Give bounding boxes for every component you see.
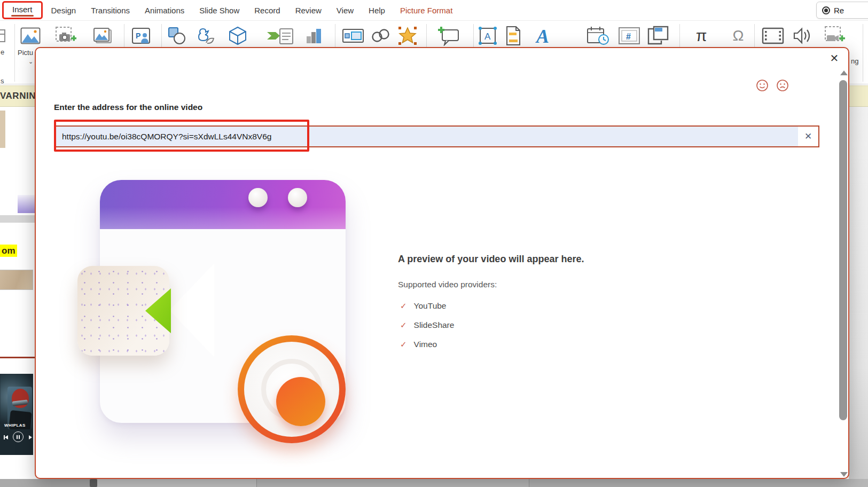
screenshot-button[interactable] (55, 25, 76, 46)
3d-models-button[interactable] (228, 25, 247, 46)
header-footer-button[interactable] (505, 25, 522, 46)
slide-thumbnail-fragment (0, 270, 33, 290)
slide-fragment (18, 195, 35, 213)
tab-review[interactable]: Review (288, 6, 329, 15)
wordart-icon: A (534, 26, 554, 46)
ribbon-divider (14, 24, 15, 82)
photo-album-icon (93, 27, 112, 44)
link-button[interactable] (370, 25, 392, 46)
scrollbar-up-arrow[interactable] (840, 70, 848, 75)
shapes-icon (168, 27, 186, 45)
tab-transitions[interactable]: Transitions (83, 6, 137, 15)
movie-title-text: WHIPLAS (4, 423, 26, 428)
tab-view[interactable]: View (329, 6, 361, 15)
pictures-button-label[interactable]: Pictu (18, 49, 33, 57)
online-video-dialog: ✕ Enter the address for the online video… (35, 47, 849, 479)
slide-fragment (0, 111, 5, 148)
workspace-background (849, 107, 868, 479)
table-icon[interactable] (0, 25, 5, 46)
pictures-icon (20, 27, 41, 44)
cameo-icon: P (131, 27, 151, 44)
dialog-close-button[interactable]: ✕ (826, 50, 842, 66)
check-icon: ✓ (400, 340, 407, 349)
cameo-button[interactable]: P (131, 25, 151, 46)
video-url-value[interactable]: https://youtu.be/oi38cQMORQY?si=sXdwLLs4… (55, 127, 798, 146)
annotation-insert-box: Insert (2, 1, 43, 19)
date-time-icon (587, 26, 610, 46)
illustration-record-button (238, 335, 346, 443)
slide-number-icon: # (618, 27, 640, 45)
tab-help[interactable]: Help (361, 6, 393, 15)
svg-text:A: A (484, 32, 491, 42)
record-button-label: Re (834, 6, 844, 15)
symbol-icon: Ω (733, 28, 744, 43)
menu-bar: Insert Design Transitions Animations Sli… (0, 0, 868, 20)
illustration-header-bar (100, 180, 346, 229)
scrollbar-thumb[interactable] (839, 80, 847, 420)
comment-button[interactable] (437, 25, 459, 46)
powerpoint-window: Insert Design Transitions Animations Sli… (0, 0, 868, 487)
check-icon: ✓ (400, 301, 407, 311)
text-box-button[interactable]: A (478, 25, 498, 46)
chart-button[interactable] (304, 25, 323, 46)
zoom-icon (342, 27, 364, 44)
svg-text:P: P (136, 32, 140, 40)
audio-icon (793, 27, 813, 45)
ribbon-divider (863, 24, 863, 82)
audio-button[interactable] (793, 25, 813, 46)
video-button[interactable] (762, 25, 784, 46)
panel-divider (0, 215, 35, 223)
zoom-button[interactable] (342, 25, 364, 46)
clear-input-icon[interactable]: ✕ (798, 127, 818, 146)
smartart-button[interactable] (266, 25, 294, 46)
chevron-down-icon[interactable]: ⌄ (28, 58, 33, 65)
action-button[interactable] (397, 25, 418, 46)
record-dot-icon (822, 6, 830, 14)
tab-picture-format[interactable]: Picture Format (393, 6, 460, 15)
provider-item-youtube: ✓ YouTube (400, 301, 447, 311)
symbol-button[interactable]: Ω (729, 25, 748, 46)
equation-icon: π (696, 28, 707, 44)
illustration-knob (248, 188, 268, 207)
pause-icon (13, 431, 24, 442)
shapes-button[interactable] (168, 25, 186, 46)
tab-animations[interactable]: Animations (137, 6, 192, 15)
equation-button[interactable]: π (691, 25, 712, 46)
tab-slide-show[interactable]: Slide Show (192, 6, 247, 15)
slide-number-button[interactable]: # (618, 25, 640, 46)
dialog-prompt: Enter the address for the online video (54, 103, 202, 112)
section-divider-line (0, 357, 35, 358)
object-icon (647, 26, 669, 46)
3d-models-icon (228, 26, 247, 45)
tab-record[interactable]: Record (247, 6, 287, 15)
photo-album-button[interactable] (93, 25, 112, 46)
illustration-knob (288, 188, 307, 207)
screenshot-icon (55, 26, 76, 45)
illustration-record-dot (276, 377, 325, 426)
screen-recording-button[interactable] (824, 25, 846, 46)
tab-design[interactable]: Design (44, 6, 84, 15)
feedback-smile-icon[interactable] (756, 79, 769, 92)
icons-button[interactable] (194, 25, 215, 46)
header-footer-icon (505, 26, 522, 46)
wordart-button[interactable]: A (534, 25, 554, 46)
link-icon (370, 28, 392, 44)
player-controls (0, 430, 33, 444)
slide-thumbnail-movie[interactable]: WHIPLAS (0, 374, 33, 455)
feedback-frown-icon[interactable] (776, 79, 789, 92)
highlighted-text-fragment: om (0, 245, 17, 257)
label-fragment-right: ng (851, 57, 858, 65)
action-icon (397, 26, 418, 46)
scrollbar-thumb-horizontal[interactable] (90, 479, 97, 487)
scrollbar-down-arrow[interactable] (840, 472, 848, 477)
date-time-button[interactable] (587, 25, 610, 46)
label-fragment-left-bottom: s (1, 77, 4, 85)
video-url-input[interactable]: https://youtu.be/oi38cQMORQY?si=sXdwLLs4… (54, 125, 819, 147)
tab-insert[interactable]: Insert (5, 5, 40, 14)
status-bar (0, 479, 868, 487)
record-button[interactable]: Re (816, 2, 868, 19)
chart-icon (304, 27, 323, 45)
object-button[interactable] (647, 25, 669, 46)
provider-item-vimeo: ✓ Vimeo (400, 340, 437, 349)
pictures-button[interactable] (20, 25, 41, 46)
